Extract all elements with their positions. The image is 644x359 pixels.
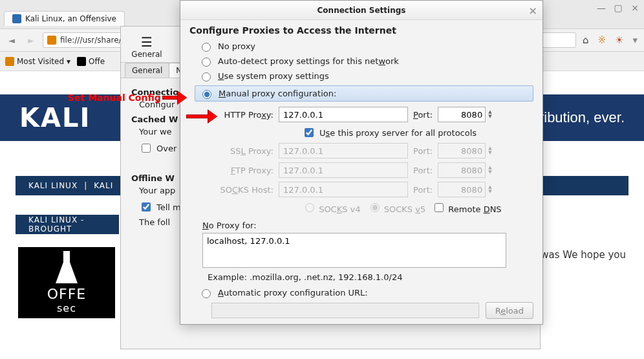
- port-label: Port:: [413, 185, 433, 195]
- radio-socks5: SOCKS v5: [367, 201, 426, 214]
- bookmark-label: Offe: [89, 57, 105, 66]
- no-proxy-textarea[interactable]: [202, 233, 506, 268]
- ftp-proxy-row: FTP Proxy: Port: ▲▼: [211, 162, 533, 178]
- checkbox-label: Tell m: [156, 202, 181, 212]
- browser-tab[interactable]: Kali Linux, an Offensive: [4, 11, 125, 26]
- radio-label: Manual proxy configuration:: [219, 89, 336, 98]
- close-icon[interactable]: ×: [529, 5, 537, 17]
- bookmark-label: Most Visited: [17, 57, 64, 66]
- no-proxy-section: No Proxy for:: [202, 221, 533, 270]
- ssl-proxy-row: SSL Proxy: Port: ▲▼: [211, 143, 533, 158]
- tab-general[interactable]: General: [125, 63, 169, 78]
- ftp-port-input: [438, 162, 486, 178]
- port-label: Port:: [413, 146, 433, 156]
- use-for-all-row: Use this proxy server for all protocols: [302, 126, 533, 139]
- prefs-btn-label: General: [131, 50, 162, 59]
- radio-input: [305, 203, 314, 212]
- example-text: Example: .mozilla.org, .net.nz, 192.168.…: [208, 272, 533, 282]
- socks-host-input: [279, 182, 408, 197]
- annotation-set-manual: Set Manual Config: [68, 92, 187, 103]
- proxy-grid: HTTP Proxy: Port: ▲▼ Use this proxy serv…: [211, 107, 533, 214]
- nav-item[interactable]: KALI: [94, 181, 113, 190]
- ftp-proxy-label: FTP Proxy:: [211, 166, 274, 175]
- radio-system-proxy[interactable]: Use system proxy settings: [199, 71, 533, 82]
- radio-label: Use system proxy settings: [218, 71, 329, 81]
- person-icon: [56, 251, 78, 283]
- dialog-titlebar: Connection Settings ×: [180, 1, 542, 20]
- dialog-title: Connection Settings: [317, 6, 406, 15]
- maximize-icon[interactable]: ▢: [613, 3, 623, 13]
- window-controls: — ▢ ×: [596, 3, 640, 13]
- nav-text: KALI LINUX - BROUGHT: [28, 215, 106, 234]
- tab-title: Kali Linux, an Offensive: [25, 14, 116, 23]
- offsec-logo: OFFE sec: [18, 247, 115, 318]
- socks-port-input: [438, 182, 486, 197]
- tab-strip: Kali Linux, an Offensive: [4, 9, 125, 27]
- http-port-input[interactable]: [438, 107, 486, 122]
- remote-dns[interactable]: Remote DNS: [432, 201, 501, 214]
- ssl-proxy-label: SSL Proxy:: [211, 146, 274, 156]
- port-spinner: ▲▼: [488, 166, 496, 175]
- radio-no-proxy[interactable]: No proxy: [199, 41, 533, 52]
- close-window-icon[interactable]: ×: [630, 3, 640, 13]
- cookie-icon[interactable]: ☀: [615, 34, 623, 46]
- ftp-proxy-input: [279, 162, 408, 178]
- radio-input[interactable]: [202, 289, 211, 298]
- checkbox-label: Use this proxy server for all protocols: [319, 128, 477, 138]
- ssl-port-input: [438, 143, 486, 158]
- radio-input[interactable]: [202, 43, 211, 52]
- radio-manual-proxy[interactable]: Manual proxy configuration:: [195, 85, 533, 102]
- radio-input[interactable]: [202, 72, 211, 82]
- pac-url-input: [211, 303, 479, 318]
- port-label: Port:: [413, 166, 433, 175]
- tellme-checkbox[interactable]: [142, 202, 151, 212]
- kali-logo-text: KALI: [19, 103, 91, 133]
- port-spinner: ▲▼: [488, 146, 496, 155]
- http-port-label: Port:: [413, 110, 433, 120]
- forward-button[interactable]: ►: [23, 32, 39, 48]
- radio-auto-config-url[interactable]: Automatic proxy configuration URL:: [199, 287, 533, 298]
- nav-item[interactable]: KALI LINUX: [28, 181, 78, 190]
- checkbox-label: Over: [156, 144, 177, 153]
- radio-auto-detect[interactable]: Auto-detect proxy settings for this netw…: [199, 56, 533, 67]
- ssl-proxy-input: [279, 143, 408, 158]
- radio-label: No proxy: [218, 41, 255, 51]
- tab-favicon: [12, 14, 21, 23]
- socks-host-row: SOCKS Host: Port: ▲▼: [211, 182, 533, 197]
- override-checkbox[interactable]: [142, 144, 151, 153]
- url-favicon: [47, 36, 56, 45]
- connection-settings-dialog: Connection Settings × Configure Proxies …: [180, 0, 543, 325]
- prefs-general-button[interactable]: ☰ General: [126, 30, 167, 62]
- arrow-icon: [186, 112, 217, 121]
- bookmark-most-visited[interactable]: Most Visited▾: [5, 57, 70, 66]
- home-icon[interactable]: ⌂: [583, 34, 589, 46]
- pac-url-row: Reload: [211, 302, 533, 319]
- no-proxy-label: No Proxy for:: [202, 221, 533, 230]
- nav-bar-2: KALI LINUX - BROUGHT: [16, 215, 119, 234]
- port-spinner: ▲▼: [488, 185, 496, 194]
- radio-input: [370, 203, 380, 212]
- offsec-text1: OFFE: [47, 286, 87, 302]
- bookmark-icon: [77, 57, 86, 66]
- radio-label: Automatic proxy configuration URL:: [218, 288, 368, 298]
- http-proxy-input[interactable]: [279, 107, 408, 122]
- dialog-heading: Configure Proxies to Access the Internet: [189, 25, 533, 36]
- radio-label: Auto-detect proxy settings for this netw…: [218, 56, 399, 66]
- plugin-icon[interactable]: ※: [597, 34, 606, 46]
- port-spinner[interactable]: ▲▼: [488, 110, 496, 119]
- radio-socks4: SOCKS v4: [302, 201, 361, 214]
- radio-input[interactable]: [202, 90, 211, 99]
- radio-input[interactable]: [202, 58, 211, 67]
- use-for-all-checkbox[interactable]: [305, 128, 314, 137]
- menu-dropdown-icon[interactable]: ▾: [632, 34, 638, 46]
- back-button[interactable]: ◄: [4, 32, 19, 48]
- sliders-icon: ☰: [127, 34, 167, 50]
- minimize-icon[interactable]: —: [596, 3, 606, 13]
- http-proxy-label: HTTP Proxy:: [211, 110, 274, 120]
- reload-button: Reload: [486, 302, 533, 319]
- socks-version-row: SOCKS v4 SOCKS v5 Remote DNS: [302, 201, 533, 214]
- remote-dns-checkbox[interactable]: [435, 203, 444, 212]
- annotation-label: Set Manual Config: [68, 92, 161, 103]
- toolbar-icons: ⌂ ※ ☀ ▾: [580, 34, 640, 46]
- bookmark-offensive[interactable]: Offe: [77, 57, 105, 66]
